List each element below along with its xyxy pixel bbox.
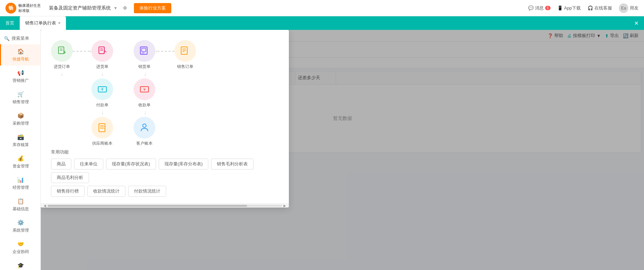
- flow-node-customer-ledger: 客户账本: [134, 117, 155, 146]
- popup-overlay: 进货订单 ↓ ›: [41, 30, 644, 270]
- sales-icon: 🛒: [17, 90, 24, 98]
- tab-home[interactable]: 首页: [0, 16, 20, 30]
- enterprise-icon: 🤝: [17, 240, 24, 248]
- purchase-bill-icon: [91, 40, 113, 62]
- mobile-icon: 📱: [557, 5, 563, 11]
- header-right: 💬 消息 6 📱 App下载 🎧 在线客服 Ea 用友: [528, 3, 639, 13]
- purchase-bill-label: 进货单: [96, 64, 108, 70]
- func-btn-sales-ranking[interactable]: 销售排行榜: [51, 186, 85, 197]
- sidebar-item-purchase[interactable]: 📦 采购管理: [0, 108, 40, 130]
- home-icon: 🏠: [17, 48, 24, 55]
- arrow-h-1: ›: [73, 40, 91, 54]
- svg-rect-8: [99, 124, 105, 132]
- system-title-area: 装备及固定资产辅助管理系统 ▼: [49, 5, 118, 11]
- supplier-ledger-label: 供应商账本: [92, 141, 112, 146]
- func-btn-sales-gross[interactable]: 销售毛利分析表: [211, 159, 254, 169]
- flow-node-receipt: ¥ 收款单: [134, 78, 155, 108]
- sales-bill-icon: [134, 40, 155, 62]
- system-title-dropdown[interactable]: ▼: [114, 6, 118, 11]
- flow-node-purchase-bill: 进货单: [91, 40, 113, 70]
- svg-text:¥: ¥: [143, 87, 146, 91]
- receipt-icon: ¥: [134, 78, 155, 100]
- func-btn-goods-gross[interactable]: 商品毛利分析: [51, 172, 89, 183]
- system-title-text: 装备及固定资产辅助管理系统: [49, 5, 111, 11]
- online-service-label: 在线客服: [594, 5, 612, 11]
- payment-icon: ¥: [91, 78, 113, 100]
- purchase-order-label: 进货订单: [54, 64, 70, 70]
- sales-order-label: 销售订单: [177, 64, 193, 70]
- func-btn-partners[interactable]: 往来单位: [74, 159, 103, 169]
- sales-bill-label: 销货单: [138, 64, 151, 70]
- search-icon: 🔍: [4, 36, 10, 41]
- sidebar-item-quick-nav[interactable]: 🏠 快捷导航: [0, 44, 40, 66]
- settings-gear-icon[interactable]: ⚙: [120, 3, 130, 13]
- svg-rect-15: [181, 47, 187, 54]
- newbie-icon: 🎓: [17, 262, 24, 269]
- flow-col-left: 进货订单 ↓: [51, 40, 73, 78]
- purchase-icon: 📦: [17, 112, 24, 119]
- sidebar-item-finance[interactable]: 💰 资金管理: [0, 151, 40, 173]
- arrow-down-3: ↓: [101, 109, 104, 115]
- user-label: 用友: [630, 5, 639, 11]
- tab-sales-order[interactable]: 销售订单执行表 ×: [20, 16, 66, 30]
- message-label: 消息: [535, 5, 544, 11]
- flow-col-mid-left: 进货单 ↓ ¥ 付款单: [91, 40, 113, 146]
- func-btn-receipt-stats[interactable]: 收款情况统计: [87, 186, 125, 197]
- sidebar-item-enterprise[interactable]: 🤝 企业协同: [0, 237, 40, 258]
- sidebar-item-sales[interactable]: 🛒 销售管理: [0, 87, 40, 108]
- app-download-item[interactable]: 📱 App下载: [557, 5, 581, 11]
- operations-icon: 📊: [17, 176, 24, 183]
- common-functions: 常用功能 商品 往来单位 现存量(库存状况表) 现存量(库存分布表) 销售毛利分…: [51, 149, 279, 197]
- message-item[interactable]: 💬 消息 6: [528, 5, 551, 11]
- main-layout: 🔍 搜索菜单 🏠 快捷导航 📢 营销推广 🛒 销售管理 📦 采购管理 🗃️ 库存…: [0, 30, 644, 270]
- logo-icon: 畅: [5, 3, 16, 14]
- trial-btn[interactable]: 体验行业方案: [134, 3, 171, 13]
- flow-col-mid-right: 销货单 ‹: [134, 40, 196, 146]
- sidebar-item-base-info[interactable]: 📋 基础信息: [0, 194, 40, 215]
- func-btn-stock-status[interactable]: 现存量(库存状况表): [106, 159, 156, 169]
- common-title: 常用功能: [51, 149, 279, 155]
- customer-ledger-icon: [134, 117, 155, 139]
- sidebar-item-newbie[interactable]: 🎓 新手引导: [0, 258, 40, 270]
- func-btn-payment-stats[interactable]: 付款情况统计: [128, 186, 166, 197]
- func-buttons-row2: 销售排行榜 收款情况统计 付款情况统计: [51, 186, 279, 197]
- popup-content: 进货订单 ↓ ›: [41, 30, 289, 203]
- scroll-thumb: [48, 205, 247, 207]
- svg-rect-13: [142, 48, 146, 52]
- top-header: 畅 畅康通好生意 标准版 装备及固定资产辅助管理系统 ▼ ⚙ 体验行业方案 💬 …: [0, 0, 644, 16]
- func-btn-stock-dist[interactable]: 现存量(库存分布表): [159, 159, 209, 169]
- flow-node-sales-bill: 销货单: [134, 40, 155, 70]
- content-area: ❓ 帮助 🖨 按模板打印 ▼ ⬆ 导出 🔄 刷新 yyyy-mm-dd 📅: [41, 30, 644, 270]
- online-service-item[interactable]: 🎧 在线客服: [588, 5, 612, 11]
- message-badge: 6: [545, 6, 551, 10]
- user-item[interactable]: Ea 用友: [619, 3, 639, 13]
- window-close-icon[interactable]: ✕: [634, 20, 639, 26]
- flow-node-supplier-ledger: 供应商账本: [91, 117, 113, 146]
- avatar: Ea: [619, 3, 628, 13]
- customer-ledger-label: 客户账本: [136, 141, 153, 146]
- search-menu[interactable]: 🔍 搜索菜单: [0, 33, 40, 44]
- popup-dialog: 进货订单 ↓ ›: [41, 30, 289, 208]
- headset-icon: 🎧: [588, 5, 593, 11]
- scroll-left-icon[interactable]: ◀: [43, 204, 46, 208]
- sales-order-icon: [174, 40, 196, 62]
- inventory-icon: 🗃️: [17, 133, 24, 141]
- app-download-label: App下载: [564, 5, 581, 11]
- marketing-icon: 📢: [17, 69, 24, 76]
- arrow-down-4: ↓: [144, 71, 146, 77]
- scroll-right-icon[interactable]: ▶: [283, 204, 286, 208]
- tab-close-icon[interactable]: ×: [58, 21, 60, 25]
- arrow-down-5: ↓: [144, 109, 146, 115]
- svg-text:¥: ¥: [101, 87, 104, 92]
- func-btn-goods[interactable]: 商品: [51, 159, 71, 169]
- arrow-down-2: ↓: [101, 71, 104, 77]
- receipt-label: 收款单: [138, 102, 151, 108]
- svg-point-21: [143, 124, 146, 127]
- sidebar-item-marketing[interactable]: 📢 营销推广: [0, 66, 40, 87]
- flow-node-purchase-order: 进货订单: [51, 40, 73, 70]
- flow-node-sales-order: 销售订单: [174, 40, 196, 70]
- sidebar-item-inventory[interactable]: 🗃️ 库存核算: [0, 130, 40, 151]
- sidebar-item-operations[interactable]: 📊 经营管理: [0, 173, 40, 194]
- message-icon: 💬: [528, 5, 534, 11]
- sidebar-item-sys-mgmt[interactable]: ⚙️ 系统管理: [0, 215, 40, 237]
